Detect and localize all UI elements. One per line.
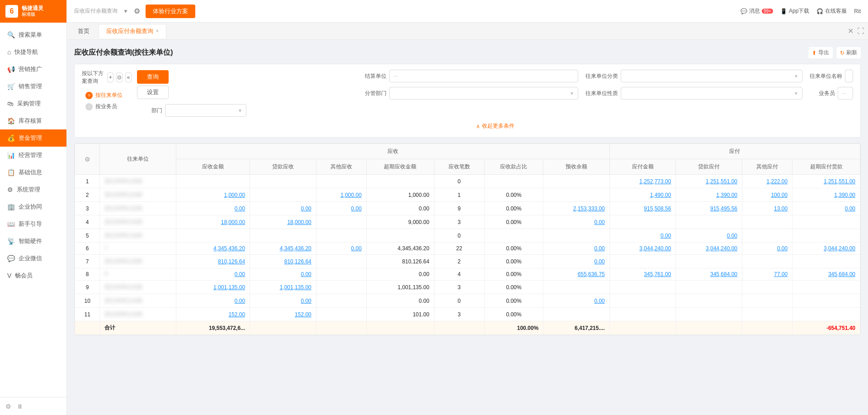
cell-link[interactable]: 0.00 (301, 271, 311, 277)
app-download-button[interactable]: 📱 App下载 (780, 7, 809, 15)
window-close-icon[interactable]: ✕ (848, 27, 854, 35)
cell-link[interactable]: 655,636.75 (578, 271, 605, 277)
sidebar-item-system[interactable]: ⚙系统管理 (0, 181, 66, 198)
cell-link[interactable]: 0.00 (594, 298, 604, 304)
sidebar-item-hardware[interactable]: 📡智能硬件 (0, 233, 66, 250)
tab-bar-actions: ✕ ⛶ (848, 27, 864, 35)
tab-active[interactable]: 应收应付余额查询 × (99, 24, 166, 38)
user-name[interactable]: Rit (854, 8, 861, 14)
settlement-unit-input[interactable]: ··· (389, 70, 578, 82)
cell-link[interactable]: 152.00 (295, 311, 311, 318)
cell-link[interactable]: 1,390.00 (716, 192, 737, 198)
sidebar-item-purchase[interactable]: 🛍采购管理 (0, 95, 66, 112)
sidebar-item-ops[interactable]: 📊经营管理 (0, 147, 66, 164)
cell-link[interactable]: 0.00 (235, 205, 245, 212)
filter-scheme-partner[interactable]: ⊙ 按往来单位 (82, 90, 132, 101)
cell-link[interactable]: 0.00 (351, 245, 362, 252)
cell-link[interactable]: 915,508.56 (644, 205, 671, 212)
message-button[interactable]: 💬 消息 99+ (741, 7, 773, 15)
salesperson-input[interactable]: ··· (838, 87, 853, 100)
cell-link[interactable]: 1,490.00 (650, 192, 671, 198)
collapse-more-label: 收起更多条件 (482, 122, 514, 130)
cell-link[interactable]: 1,001,135.00 (280, 284, 311, 291)
table-cell: 1,001,135.00 (366, 281, 434, 294)
sidebar-item-member[interactable]: V畅会员 (0, 267, 66, 284)
sidebar-item-finance[interactable]: 💰资金管理 (0, 129, 66, 147)
refresh-button[interactable]: ↻ 刷新 (836, 47, 861, 58)
cell-link[interactable]: 18,000.00 (287, 219, 311, 225)
cell-link[interactable]: 0.00 (594, 219, 604, 225)
sidebar-item-wechat[interactable]: 💬企业微信 (0, 250, 66, 267)
query-button[interactable]: 查询 (137, 70, 169, 84)
cell-link[interactable]: 3,044,240.00 (639, 245, 671, 252)
cell-link[interactable]: 0.00 (727, 233, 737, 239)
cell-link[interactable]: 1,251,551.00 (706, 178, 737, 185)
sidebar-item-basic[interactable]: 📋基础信息 (0, 164, 66, 181)
sidebar-gear-icon[interactable]: ⚙ (5, 403, 11, 410)
filter-scheme-salesperson[interactable]: ○ 按业务员 (82, 101, 132, 112)
cell-link[interactable]: 810,126.64 (284, 258, 311, 265)
table-cell: 18,000.00 (250, 215, 316, 229)
window-maximize-icon[interactable]: ⛶ (857, 27, 864, 35)
cell-link[interactable]: 4,345,436.20 (280, 245, 311, 252)
cell-link[interactable]: 0.00 (351, 205, 362, 212)
filter-settings-btn[interactable]: ⊙ (116, 72, 123, 82)
filter-collapse-btn[interactable]: « (125, 72, 132, 82)
tab-close-icon[interactable]: × (156, 29, 159, 33)
department-input[interactable]: ▼ (165, 104, 246, 117)
cell-link[interactable]: 345,684.00 (828, 271, 855, 277)
cell-link[interactable]: 0.00 (235, 298, 245, 304)
cell-link[interactable]: 345,761.00 (644, 271, 671, 277)
export-button[interactable]: ⬆ 导出 (808, 47, 833, 58)
cell-link[interactable]: 0.00 (845, 205, 855, 212)
trial-button[interactable]: 体验行业方案 (146, 5, 195, 18)
cell-link[interactable]: 152.00 (228, 311, 245, 318)
cell-link[interactable]: 0.00 (235, 271, 245, 277)
dept-input[interactable]: ▼ (389, 87, 578, 100)
sidebar-item-marketing[interactable]: 📢营销推广 (0, 61, 66, 78)
cell-link[interactable]: 18,000.00 (221, 219, 245, 225)
header-gear-icon[interactable]: ⚙ (134, 7, 140, 15)
cell-link[interactable]: 0.00 (301, 298, 311, 304)
cell-link[interactable]: 1,001,135.00 (213, 284, 245, 291)
sidebar-item-inventory[interactable]: 🏠库存核算 (0, 112, 66, 129)
col-settings[interactable]: ⚙ (75, 144, 100, 175)
partner-category-input[interactable]: ▼ (621, 70, 802, 82)
cell-link[interactable]: 810,126.64 (218, 258, 245, 265)
sidebar-item-corp[interactable]: 🏢企业协同 (0, 198, 66, 215)
cell-link[interactable]: 3,044,240.00 (824, 245, 855, 252)
partner-name-input[interactable] (845, 70, 853, 82)
online-service-button[interactable]: 🎧 在线客服 (816, 7, 847, 15)
cell-link[interactable]: 3,044,240.00 (706, 245, 737, 252)
cell-link[interactable]: 915,495.56 (710, 205, 737, 212)
filter-add-btn[interactable]: + (107, 72, 113, 82)
partner-nature-input[interactable]: ▼ (621, 87, 802, 100)
cell-link[interactable]: 13.00 (774, 205, 788, 212)
tab-home[interactable]: 首页 (71, 24, 97, 38)
cell-link[interactable]: 0.00 (777, 245, 788, 252)
sidebar-item-search[interactable]: 🔍搜索菜单 (0, 26, 66, 43)
settings-button[interactable]: 设置 (137, 86, 169, 99)
cell-link[interactable]: 1,000.00 (224, 192, 245, 198)
cell-link[interactable]: 0.00 (301, 205, 311, 212)
cell-link[interactable]: 0.00 (660, 233, 671, 239)
sidebar-item-guide[interactable]: 📖新手引导 (0, 215, 66, 233)
cell-link[interactable]: 0.00 (594, 258, 604, 265)
cell-link[interactable]: 0.00 (594, 245, 604, 252)
sidebar-label-corp: 企业协同 (19, 203, 42, 211)
cell-link[interactable]: 2,153,333.00 (573, 205, 605, 212)
collapse-more-btn[interactable]: ∧ 收起更多条件 (137, 120, 853, 132)
sidebar-item-sales[interactable]: 🛒销售管理 (0, 78, 66, 95)
cell-link[interactable]: 1,000.00 (340, 192, 362, 198)
sidebar-item-quick[interactable]: ⌂快捷导航 (0, 43, 66, 61)
cell-link[interactable]: 100.00 (771, 192, 788, 198)
cell-link[interactable]: 1,251,551.00 (824, 178, 855, 185)
table-cell: 0 (434, 175, 484, 188)
cell-link[interactable]: 4,345,436.20 (213, 245, 245, 252)
cell-link[interactable]: 77.00 (774, 271, 788, 277)
cell-link[interactable]: 345,684.00 (710, 271, 737, 277)
cell-link[interactable]: 1,222.00 (766, 178, 788, 185)
cell-link[interactable]: 1,390.00 (834, 192, 855, 198)
sidebar-pause-icon[interactable]: ⏸ (17, 403, 23, 410)
cell-link[interactable]: 1,252,773.00 (639, 178, 671, 185)
